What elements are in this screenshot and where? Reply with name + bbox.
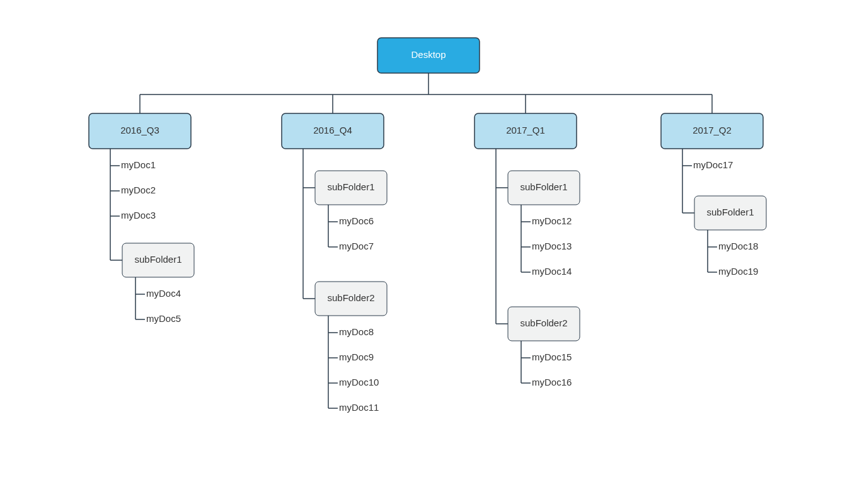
folder-node: 2017_Q1	[475, 113, 577, 149]
subfolder-label: subFolder1	[134, 254, 181, 265]
doc-label: myDoc15	[532, 352, 572, 362]
org-tree-diagram: Desktop 2016_Q3 myDoc1 myDoc2 myDoc3 sub…	[0, 0, 857, 504]
subfolder-node: subFolder1	[508, 171, 580, 205]
doc-label: myDoc17	[693, 159, 733, 170]
subfolder-node: subFolder2	[508, 307, 580, 341]
doc-label: myDoc10	[339, 377, 379, 387]
subfolder-node: subFolder1	[122, 243, 194, 277]
doc-label: myDoc4	[146, 288, 181, 299]
doc-label: myDoc2	[121, 185, 156, 195]
folder-label: 2017_Q2	[693, 125, 732, 135]
doc-label: myDoc14	[532, 266, 572, 277]
folder-node: 2017_Q2	[661, 113, 763, 149]
doc-label: myDoc16	[532, 377, 572, 387]
root-node: Desktop	[377, 38, 480, 73]
doc-label: myDoc11	[339, 402, 379, 413]
doc-label: myDoc7	[339, 241, 374, 251]
subfolder-node: subFolder1	[315, 171, 387, 205]
subfolder-label: subFolder1	[706, 207, 754, 217]
subfolder-node: subFolder2	[315, 282, 387, 316]
doc-label: myDoc5	[146, 313, 181, 324]
doc-label: myDoc1	[121, 159, 156, 170]
doc-label: myDoc6	[339, 215, 374, 226]
doc-label: myDoc9	[339, 352, 374, 362]
subfolder-label: subFolder1	[327, 181, 374, 192]
folder-node: 2016_Q4	[282, 113, 384, 149]
folder-label: 2016_Q4	[313, 125, 352, 135]
doc-label: myDoc12	[532, 215, 572, 226]
doc-label: myDoc8	[339, 326, 374, 337]
subfolder-label: subFolder2	[520, 318, 567, 328]
doc-label: myDoc19	[718, 266, 758, 277]
root-label: Desktop	[411, 49, 446, 60]
doc-label: myDoc3	[121, 210, 156, 220]
doc-label: myDoc18	[718, 241, 758, 251]
folder-label: 2016_Q3	[120, 125, 159, 135]
subfolder-label: subFolder2	[327, 292, 374, 303]
folder-node: 2016_Q3	[89, 113, 191, 149]
doc-label: myDoc13	[532, 241, 572, 251]
folder-label: 2017_Q1	[506, 125, 545, 135]
subfolder-node: subFolder1	[694, 196, 766, 230]
subfolder-label: subFolder1	[520, 181, 567, 192]
